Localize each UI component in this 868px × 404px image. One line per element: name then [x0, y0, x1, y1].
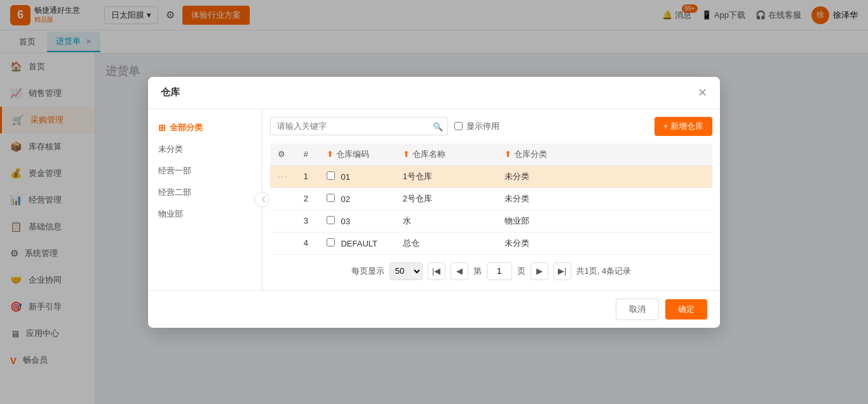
row-actions-cell: ··· — [270, 165, 296, 187]
next-page-btn[interactable]: ▶ — [531, 262, 548, 280]
row-category: 物业部 — [497, 210, 712, 232]
search-icon[interactable]: 🔍 — [433, 121, 443, 131]
prev-page-btn[interactable]: ◀ — [451, 262, 468, 280]
row-code: 01 — [319, 165, 395, 187]
sort-code-icon: ⬆ — [327, 149, 334, 159]
row-num: 4 — [296, 232, 319, 254]
th-settings: ⚙ — [270, 144, 296, 166]
per-page-label: 每页显示 — [351, 266, 384, 277]
table-row[interactable]: ··· 1 01 1号仓库 未分类 — [270, 165, 712, 187]
row-checkbox[interactable] — [327, 172, 335, 180]
last-page-btn[interactable]: ▶| — [553, 262, 571, 280]
modal-header: 仓库 ✕ — [148, 77, 720, 109]
confirm-button[interactable]: 确定 — [665, 299, 707, 320]
category-all-label: 全部分类 — [170, 122, 203, 133]
row-menu-icon[interactable]: ··· — [278, 172, 288, 181]
first-page-btn[interactable]: |◀ — [428, 262, 445, 280]
per-page-select[interactable]: 50 100 — [390, 262, 423, 280]
modal-title: 仓库 — [161, 86, 180, 98]
row-num: 1 — [296, 165, 319, 187]
row-category: 未分类 — [497, 187, 712, 210]
row-code: DEFAULT — [319, 232, 395, 254]
row-checkbox[interactable] — [327, 238, 335, 246]
show-disabled-label: 显示停用 — [466, 121, 499, 132]
warehouse-modal: 仓库 ✕ ⊞ 全部分类 未分类 经营一部 经营二部 物业部 《 — [148, 77, 720, 328]
row-actions-cell — [270, 232, 296, 254]
table-row[interactable]: 4 DEFAULT 总仓 未分类 — [270, 232, 712, 254]
page-number-input[interactable]: 1 — [487, 262, 512, 280]
th-code: ⬆仓库编码 — [319, 144, 395, 166]
table-row[interactable]: 3 03 水 物业部 — [270, 210, 712, 232]
row-num: 2 — [296, 187, 319, 210]
sort-name-icon: ⬆ — [403, 149, 410, 159]
th-num: # — [296, 144, 319, 166]
modal-footer: 取消 确定 — [148, 290, 720, 328]
row-code: 03 — [319, 210, 395, 232]
total-label: 共1页, 4条记录 — [576, 266, 632, 277]
row-checkbox[interactable] — [327, 216, 335, 224]
show-disabled-toggle[interactable]: 显示停用 — [454, 121, 499, 132]
add-warehouse-button[interactable]: + 新增仓库 — [654, 117, 712, 136]
category-dept1[interactable]: 经营一部 — [148, 160, 262, 182]
warehouse-table: ⚙ # ⬆仓库编码 ⬆仓库名称 ⬆仓库分类 — [270, 144, 712, 255]
page-label-pre: 第 — [473, 266, 482, 277]
row-category: 未分类 — [497, 165, 712, 187]
pagination: 每页显示 50 100 |◀ ◀ 第 1 页 ▶ ▶| 共1页, 4条记录 — [270, 255, 712, 283]
row-name: 总仓 — [395, 232, 497, 254]
search-wrap: 🔍 — [270, 117, 448, 135]
table-toolbar: 🔍 显示停用 + 新增仓库 — [270, 117, 712, 136]
row-num: 3 — [296, 210, 319, 232]
modal-close-icon[interactable]: ✕ — [698, 86, 707, 100]
table-scroll: ⚙ # ⬆仓库编码 ⬆仓库名称 ⬆仓库分类 — [270, 144, 712, 255]
category-dept2[interactable]: 经营二部 — [148, 182, 262, 203]
row-name: 水 — [395, 210, 497, 232]
th-name: ⬆仓库名称 — [395, 144, 497, 166]
category-panel: ⊞ 全部分类 未分类 经营一部 经营二部 物业部 《 — [148, 109, 262, 290]
table-panel: 🔍 显示停用 + 新增仓库 ⚙ # — [262, 109, 720, 290]
modal-overlay: 仓库 ✕ ⊞ 全部分类 未分类 经营一部 经营二部 物业部 《 — [0, 0, 868, 404]
collapse-button[interactable]: 《 — [254, 192, 269, 207]
table-header: ⚙ # ⬆仓库编码 ⬆仓库名称 ⬆仓库分类 — [270, 144, 712, 166]
th-category: ⬆仓库分类 — [497, 144, 712, 166]
search-input[interactable] — [270, 117, 448, 135]
cancel-button[interactable]: 取消 — [616, 299, 659, 320]
table-body: ··· 1 01 1号仓库 未分类 2 02 2号仓库 未分类 3 — [270, 165, 712, 254]
table-row[interactable]: 2 02 2号仓库 未分类 — [270, 187, 712, 210]
row-code: 02 — [319, 187, 395, 210]
category-unclassified[interactable]: 未分类 — [148, 138, 262, 160]
category-all[interactable]: ⊞ 全部分类 — [148, 117, 262, 138]
show-disabled-checkbox[interactable] — [454, 122, 463, 130]
row-name: 1号仓库 — [395, 165, 497, 187]
row-actions-cell — [270, 187, 296, 210]
grid-icon: ⊞ — [158, 123, 166, 133]
modal-body: ⊞ 全部分类 未分类 经营一部 经营二部 物业部 《 🔍 — [148, 109, 720, 290]
row-category: 未分类 — [497, 232, 712, 254]
row-checkbox[interactable] — [327, 194, 335, 202]
sort-cat-icon: ⬆ — [505, 149, 512, 159]
page-label-post: 页 — [517, 266, 526, 277]
category-property[interactable]: 物业部 — [148, 203, 262, 225]
row-name: 2号仓库 — [395, 187, 497, 210]
row-actions-cell — [270, 210, 296, 232]
